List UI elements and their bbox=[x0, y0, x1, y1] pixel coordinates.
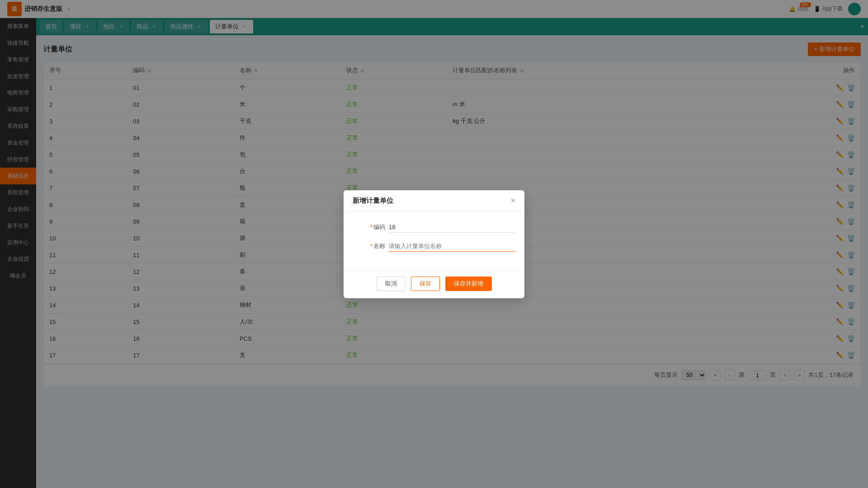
name-input[interactable] bbox=[389, 241, 515, 252]
modal-body: 编码 名称 bbox=[344, 211, 524, 271]
modal-header: 新增计量单位 × bbox=[344, 190, 524, 211]
modal-close-button[interactable]: × bbox=[510, 197, 515, 205]
form-row-name: 名称 bbox=[353, 241, 515, 252]
modal-footer: 取消 保存 保存并新增 bbox=[344, 271, 524, 298]
code-label: 编码 bbox=[353, 223, 389, 231]
save-and-new-button[interactable]: 保存并新增 bbox=[445, 277, 492, 291]
add-unit-modal: 新增计量单位 × 编码 名称 取消 保存 保存并新增 bbox=[344, 190, 524, 298]
save-button[interactable]: 保存 bbox=[411, 277, 440, 291]
form-row-code: 编码 bbox=[353, 222, 515, 233]
modal-title: 新增计量单位 bbox=[353, 197, 393, 205]
code-input[interactable] bbox=[389, 222, 515, 233]
name-label: 名称 bbox=[353, 242, 389, 250]
modal-overlay[interactable]: 新增计量单位 × 编码 名称 取消 保存 保存并新增 bbox=[0, 0, 868, 488]
cancel-button[interactable]: 取消 bbox=[377, 277, 406, 291]
